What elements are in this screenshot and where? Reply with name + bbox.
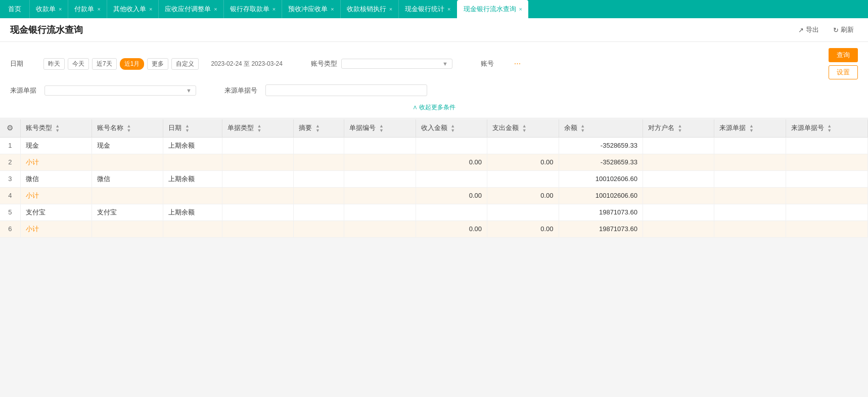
cell-account-type: 现金 — [20, 137, 92, 154]
cell-counterparty — [643, 187, 714, 204]
cell-expense: 0.00 — [487, 154, 559, 170]
cell-summary — [294, 170, 344, 187]
filter-row-date: 日期 昨天 今天 近7天 近1月 更多 自定义 2023-02-24 至 202… — [10, 48, 858, 79]
export-button[interactable]: ↗ 导出 — [794, 23, 823, 36]
cell-doc-no — [344, 220, 416, 237]
collapse-bar[interactable]: ∧ 收起更多条件 — [10, 101, 858, 114]
nav-tab-yingshouyingfu[interactable]: 应收应付调整单 × — [158, 0, 223, 18]
close-icon[interactable]: × — [59, 6, 62, 12]
nav-tab-xianjinyinhang[interactable]: 现金银行统计 × — [398, 0, 456, 18]
cell-expense: 0.00 — [487, 187, 559, 204]
cell-account-type: 小计 — [20, 187, 92, 204]
close-icon[interactable]: × — [149, 6, 152, 12]
source-doc-select[interactable]: ▼ — [44, 85, 196, 96]
sort-icon: ▲▼ — [678, 124, 682, 133]
col-income[interactable]: 收入金额 ▲▼ — [416, 119, 487, 137]
table-row: 5支付宝支付宝上期余额19871073.60 — [0, 204, 868, 220]
col-account-type[interactable]: 账号类型 ▲▼ — [20, 119, 92, 137]
close-icon[interactable]: × — [389, 6, 392, 12]
nav-tab-fukuandan[interactable]: 付款单 × — [68, 0, 106, 18]
cell-index: 5 — [0, 204, 20, 220]
cell-index: 1 — [0, 137, 20, 154]
sort-icon: ▲▼ — [379, 124, 384, 133]
nav-tab-shoukuanhexiao[interactable]: 收款核销执行 × — [340, 0, 398, 18]
col-source-doc[interactable]: 来源单据 ▲▼ — [714, 119, 786, 137]
col-counterparty[interactable]: 对方户名 ▲▼ — [643, 119, 714, 137]
query-button[interactable]: 查询 — [829, 48, 858, 62]
date-btn-1month[interactable]: 近1月 — [120, 58, 145, 70]
account-type-label: 账号类型 — [311, 59, 337, 68]
cell-index: 3 — [0, 170, 20, 187]
gear-column-header[interactable]: ⚙ — [0, 119, 20, 137]
date-btn-custom[interactable]: 自定义 — [171, 58, 199, 70]
cell-account-name: 支付宝 — [92, 204, 163, 220]
nav-tab-liushui[interactable]: 现金银行流水查询 × — [457, 0, 528, 18]
close-icon[interactable]: × — [272, 6, 276, 12]
account-dots-button[interactable]: ··· — [514, 59, 521, 68]
cell-source-doc-no — [786, 137, 867, 154]
cell-summary — [294, 204, 344, 220]
cell-source-doc — [714, 154, 786, 170]
table-area: ⚙ 账号类型 ▲▼ 账号名称 ▲▼ 日期 ▲▼ 单据类型 ▲▼ — [0, 119, 868, 238]
export-icon: ↗ — [798, 26, 804, 34]
date-btn-yesterday[interactable]: 昨天 — [43, 58, 65, 70]
cell-balance: -3528659.33 — [559, 154, 643, 170]
col-balance[interactable]: 余额 ▲▼ — [559, 119, 643, 137]
account-label: 账号 — [481, 59, 506, 68]
cell-expense — [487, 137, 559, 154]
collapse-label: 收起更多条件 — [419, 104, 455, 111]
cell-date — [163, 220, 222, 237]
close-icon[interactable]: × — [97, 6, 100, 12]
table-row: 1现金现金上期余额-3528659.33 — [0, 137, 868, 154]
close-icon[interactable]: × — [447, 6, 450, 12]
refresh-button[interactable]: ↻ 刷新 — [829, 23, 858, 36]
close-icon[interactable]: × — [331, 6, 334, 12]
cell-doc-type — [222, 204, 293, 220]
sort-icon: ▲▼ — [749, 124, 754, 133]
cell-doc-no — [344, 204, 416, 220]
cell-date — [163, 154, 222, 170]
date-filter-label: 日期 — [10, 59, 35, 68]
close-icon[interactable]: × — [519, 6, 522, 12]
nav-tab-qitashouru[interactable]: 其他收入单 × — [107, 0, 158, 18]
cell-balance: 100102606.60 — [559, 187, 643, 204]
nav-tab-yinhangcunqu[interactable]: 银行存取款单 × — [223, 0, 282, 18]
date-btn-today[interactable]: 今天 — [68, 58, 89, 70]
date-range-text: 2023-02-24 至 2023-03-24 — [211, 60, 282, 68]
col-source-doc-no[interactable]: 来源单据号 ▲▼ — [786, 119, 867, 137]
date-btn-7days[interactable]: 近7天 — [92, 58, 117, 70]
gear-icon[interactable]: ⚙ — [7, 123, 13, 132]
col-doc-type[interactable]: 单据类型 ▲▼ — [222, 119, 293, 137]
chevron-down-icon-2: ▼ — [186, 87, 192, 94]
col-doc-no[interactable]: 单据编号 ▲▼ — [344, 119, 416, 137]
cell-index: 4 — [0, 187, 20, 204]
settings-button[interactable]: 设置 — [829, 65, 858, 79]
account-type-select[interactable]: ▼ — [341, 59, 452, 69]
cell-source-doc — [714, 137, 786, 154]
cell-account-type: 小计 — [20, 220, 92, 237]
cell-account-name — [92, 154, 163, 170]
page-header: 现金银行流水查询 ↗ 导出 ↻ 刷新 — [0, 18, 868, 42]
col-account-name[interactable]: 账号名称 ▲▼ — [92, 119, 163, 137]
sort-icon: ▲▼ — [257, 124, 262, 133]
cell-source-doc-no — [786, 187, 867, 204]
cell-date — [163, 187, 222, 204]
cell-summary — [294, 220, 344, 237]
col-summary[interactable]: 摘要 ▲▼ — [294, 119, 344, 137]
nav-tab-yushou[interactable]: 预收冲应收单 × — [282, 0, 340, 18]
cell-doc-type — [222, 154, 293, 170]
sort-icon: ▲▼ — [185, 124, 190, 133]
col-date[interactable]: 日期 ▲▼ — [163, 119, 222, 137]
cell-source-doc-no — [786, 220, 867, 237]
cell-expense: 0.00 — [487, 220, 559, 237]
sort-icon: ▲▼ — [522, 124, 527, 133]
nav-home[interactable]: 首页 — [0, 0, 29, 18]
date-btn-more[interactable]: 更多 — [147, 58, 168, 70]
source-doc-no-input[interactable] — [270, 86, 423, 94]
col-expense[interactable]: 支出金额 ▲▼ — [487, 119, 559, 137]
close-icon[interactable]: × — [214, 6, 217, 12]
nav-tab-shoukuandan[interactable]: 收款单 × — [29, 0, 68, 18]
collapse-icon: ∧ — [413, 104, 418, 111]
sort-icon: ▲▼ — [450, 124, 455, 133]
cell-doc-type — [222, 170, 293, 187]
